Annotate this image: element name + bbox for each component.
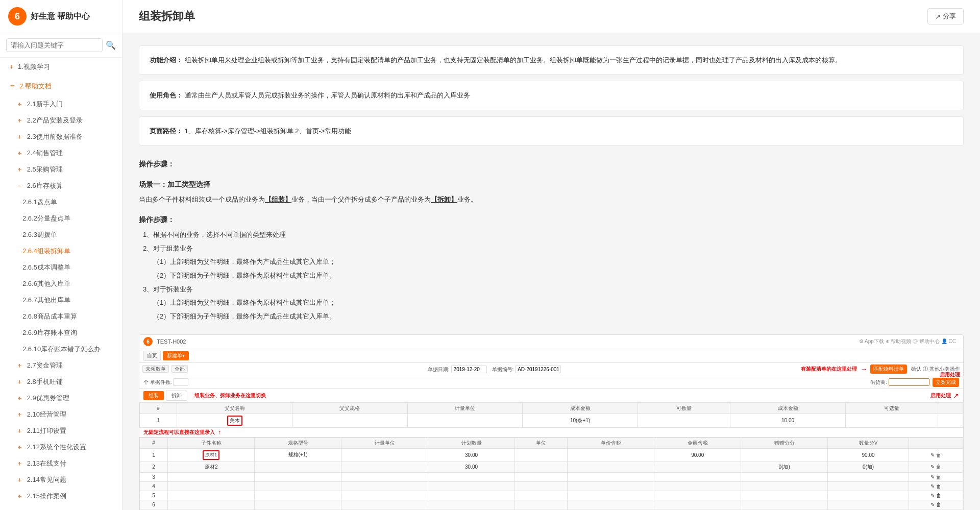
col-ops: [938, 403, 963, 414]
minus-icon-2.6: －: [16, 182, 23, 189]
mini-supplier-input[interactable]: [889, 378, 929, 386]
mini-topbar: 6 TEST-H002 ⚙ App下载 ⊕ 帮助视频 ◎ 帮助中心 👤 CC: [139, 335, 963, 349]
sidebar-item-2.6.4[interactable]: 2.6.4组装拆卸单: [0, 243, 122, 259]
main-header: 组装拆卸单 ↗ 分享: [122, 0, 980, 33]
intro-block: 功能介绍： 组装拆卸单用来处理企业组装或拆卸等加工业务，支持有固定装配清单的产品…: [139, 45, 964, 75]
screenshot-container: 6 TEST-H002 ⚙ App下载 ⊕ 帮助视频 ◎ 帮助中心 👤 CC 自…: [139, 334, 964, 510]
col-unit: 计量单位: [407, 403, 523, 414]
mini-confirm-btn[interactable]: 立案完成: [933, 378, 959, 387]
sidebar-item-2.8[interactable]: ＋ 2.8手机旺铺: [0, 374, 122, 390]
search-icon[interactable]: 🔍: [106, 40, 116, 50]
sidebar-item-2.6.10[interactable]: 2.6.10库存账本错了怎么办: [0, 341, 122, 357]
steps-list: 1、根据不同的业务，选择不同单据的类型来处理 2、对于组装业务 （1）上部明细为…: [143, 229, 964, 324]
mini-app: 6 TEST-H002 ⚙ App下载 ⊕ 帮助视频 ◎ 帮助中心 👤 CC 自…: [139, 335, 963, 510]
mini-home-tab[interactable]: 自页: [143, 351, 161, 361]
sidebar-item-2.6.5[interactable]: 2.6.5成本调整单: [0, 259, 122, 276]
sidebar-item-2.5[interactable]: ＋ 2.5采购管理: [0, 161, 122, 178]
nav-section: ＋ 1.视频学习 － 2.帮助文档 ＋ 2.1新手入门 ＋ 2.2产品安装及登录…: [0, 58, 122, 504]
step-3-1: （1）上部明细为父件明细，最终作为原材料生成其它出库单；: [143, 297, 964, 309]
step-2-2: （2）下部明细为子件明细，最终作为原材料生成其它出库单。: [143, 270, 964, 282]
path-block: 页面路径： 1、库存核算->库存管理->组装拆卸单 2、首页->常用功能: [139, 116, 964, 145]
sidebar-item-2.12[interactable]: ＋ 2.12系统个性化设置: [0, 439, 122, 455]
main-content: 组装拆卸单 ↗ 分享 功能介绍： 组装拆卸单用来处理企业组装或拆卸等加工业务，支…: [122, 0, 980, 510]
path-label: 页面路径：: [150, 127, 183, 135]
plus-icon-2.1: ＋: [16, 100, 23, 108]
step-2: 2、对于组装业务: [143, 242, 964, 255]
mini-toolbar-2: 个 单据件数: 启用处理 供货商: 立案完成: [139, 376, 963, 389]
mini-lower-table: # 子件名称 规格型号 计量单位 计划数量 单位 单价含税 金额含税 赠赠分分 …: [139, 438, 963, 510]
mini-assemble-tab[interactable]: 组装: [143, 391, 164, 400]
ops-steps-heading: 操作步骤：: [139, 215, 964, 225]
sidebar-item-2.9[interactable]: ＋ 2.9优惠券管理: [0, 390, 122, 406]
sidebar-item-2.6[interactable]: － 2.6库存核算: [0, 178, 122, 194]
mini-lower-table-wrapper: # 子件名称 规格型号 计量单位 计划数量 单位 单价含税 金额含税 赠赠分分 …: [139, 438, 963, 510]
sidebar-item-2.4[interactable]: ＋ 2.4销售管理: [0, 145, 122, 161]
mini-match-btn[interactable]: 匹配物料清单: [870, 365, 907, 374]
mini-status-tabs: 未领数单 全部: [142, 366, 188, 373]
share-icon: ↗: [935, 13, 941, 20]
col-cost2: 成本金额: [730, 403, 846, 414]
ops-heading: 操作步骤：: [139, 160, 964, 169]
annotation-4: 启用处理: [930, 392, 951, 399]
sidebar-item-2.6.6[interactable]: 2.6.6其他入库单: [0, 276, 122, 292]
mini-type-tabs: 组装 拆卸 组装业务、拆卸业务在这里切换 启用处理 ↗: [139, 389, 963, 403]
scenario1-heading: 场景一：加工类型选择: [139, 180, 964, 189]
scenario1-desc: 当由多个子件材料组装成一个成品的业务为【组装】业务，当由一个父件拆分成多个子产品…: [139, 193, 964, 206]
sidebar-item-2.14[interactable]: ＋ 2.14常见问题: [0, 472, 122, 488]
plus-icon-2.4: ＋: [16, 149, 23, 157]
mini-toolbar: 未领数单 全部 单据日期: 单据编号: 有装配清单的在这里处理 → 匹配物料清单: [139, 363, 963, 376]
mini-new-tab[interactable]: 新建单▾: [163, 351, 189, 360]
path-text: 1、库存核算->库存管理->组装拆卸单 2、首页->常用功能: [185, 127, 352, 135]
sidebar-item-videos[interactable]: ＋ 1.视频学习: [0, 58, 122, 76]
sidebar-item-2.6.2[interactable]: 2.6.2分量盘点单: [0, 210, 122, 227]
share-button[interactable]: ↗ 分享: [927, 8, 964, 25]
mini-pieces-input[interactable]: [173, 378, 188, 386]
step-2-1: （1）上部明细为父件明细，最终作为产成品生成其它入库单；: [143, 256, 964, 269]
plus-icon: ＋: [8, 62, 15, 71]
annotation-2-label: 启用处理: [940, 371, 960, 378]
mini-date-input[interactable]: [451, 366, 487, 373]
content-area: 功能介绍： 组装拆卸单用来处理企业组装或拆卸等加工业务，支持有固定装配清单的产品…: [122, 33, 980, 510]
col-cost: 成本金额: [523, 403, 638, 414]
table-row: 5✎ 🗑: [140, 491, 963, 500]
sidebar-item-2.7[interactable]: ＋ 2.7资金管理: [0, 357, 122, 374]
sidebar-item-2.3[interactable]: ＋ 2.3使用前数据准备: [0, 129, 122, 145]
role-text: 通常由生产人员或库管人员完成拆装业务的操作，库管人员确认原材料的出库和产成品的入…: [185, 91, 470, 99]
sidebar-item-2.2[interactable]: ＋ 2.2产品安装及登录: [0, 112, 122, 129]
minus-icon: －: [8, 81, 16, 91]
mini-date-field: 单据日期:: [428, 366, 487, 373]
sidebar-item-docs[interactable]: － 2.帮助文档: [0, 76, 122, 96]
plus-icon-2.5: ＋: [16, 165, 23, 173]
annotation-3: 组装业务、拆卸业务在这里切换: [194, 392, 266, 399]
sidebar-item-2.6.8[interactable]: 2.6.8商品成本重算: [0, 308, 122, 325]
search-input[interactable]: [6, 38, 103, 52]
col-selectable: 可选量: [845, 403, 938, 414]
mini-upper-table: # 父父名称 父父规格 计量单位 成本金额 可数量 成本金额 可选量: [139, 403, 963, 428]
sidebar-item-2.11[interactable]: ＋ 2.11打印设置: [0, 423, 122, 439]
mini-disassemble-tab[interactable]: 拆卸: [166, 391, 187, 401]
mini-company-id: TEST-H002: [157, 338, 186, 345]
sidebar-item-2.15[interactable]: ＋ 2.15操作案例: [0, 488, 122, 504]
step-3-2: （2）下部明细为子件明细，最终作为产成品生成其它入库单。: [143, 310, 964, 323]
intro-label: 功能介绍：: [150, 56, 183, 64]
page-title: 组装拆卸单: [139, 9, 195, 24]
sidebar-header: 6 好生意 帮助中心: [0, 0, 122, 33]
sidebar-item-2.6.7[interactable]: 2.6.7其他出库单: [0, 292, 122, 308]
col-parent-name: 父父名称: [177, 403, 292, 414]
sidebar-item-2.1[interactable]: ＋ 2.1新手入门: [0, 96, 122, 112]
annotation-1: 有装配清单的在这里处理: [801, 366, 857, 373]
plus-icon-2.3: ＋: [16, 133, 23, 140]
sidebar-item-2.6.3[interactable]: 2.6.3调拨单: [0, 227, 122, 243]
table-row: 2 原材2 30.00 0(加) 0(加) ✎ 🗑: [140, 462, 963, 472]
sidebar-item-2.10[interactable]: ＋ 2.10经营管理: [0, 406, 122, 423]
sidebar-item-2.6.1[interactable]: 2.6.1盘点单: [0, 194, 122, 210]
table-row: 1 原材1 规格(+1) 30.00 90.00 90.00 ✎ 🗑: [140, 448, 963, 462]
sidebar-item-2.13[interactable]: ＋ 2.13在线支付: [0, 455, 122, 472]
table-row: 1 关木 10(条+1) 10.00: [140, 414, 963, 427]
plus-icon-2.2: ＋: [16, 116, 23, 124]
mini-order-input[interactable]: [515, 366, 561, 373]
sidebar-item-2.6.9[interactable]: 2.6.9库存账本查询: [0, 325, 122, 341]
mini-upper-table-wrapper: # 父父名称 父父规格 计量单位 成本金额 可数量 成本金额 可选量: [139, 403, 963, 428]
mini-nav-bar: 自页 新建单▾: [139, 349, 963, 363]
annotation-5: 无固定流程可以直接在这里录入: [143, 429, 215, 436]
